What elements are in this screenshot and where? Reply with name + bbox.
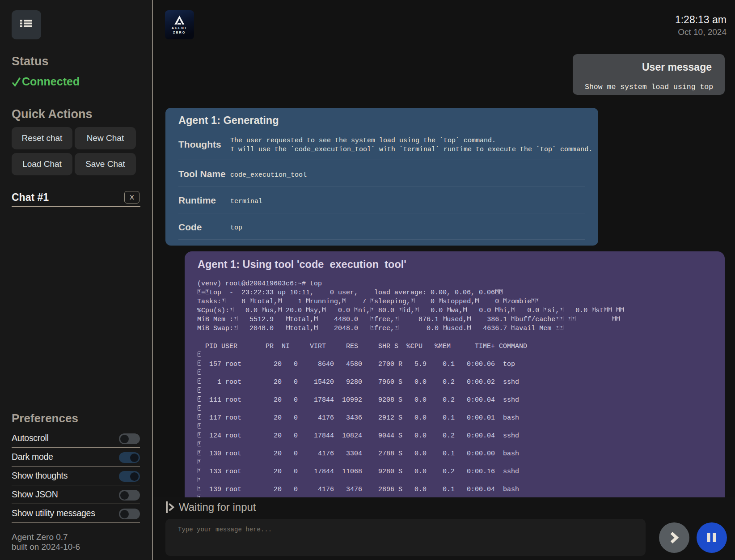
svg-text:AGENT: AGENT [172, 26, 188, 30]
svg-text:ZERO: ZERO [173, 30, 186, 34]
